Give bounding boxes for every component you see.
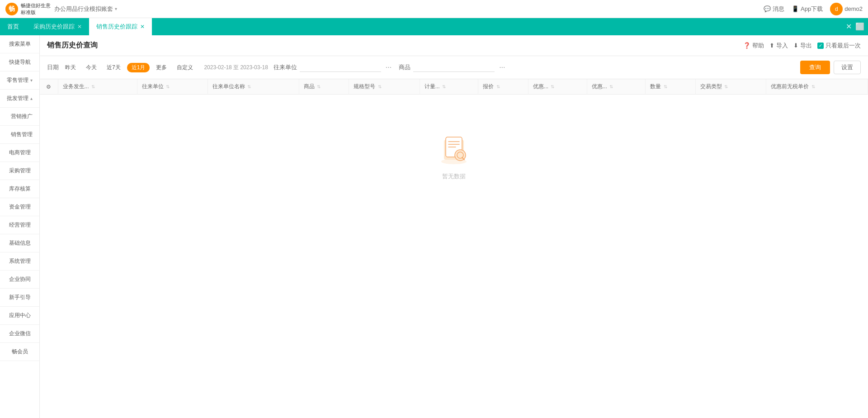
tab-close-purchase[interactable]: ✕ bbox=[77, 24, 82, 29]
tab-purchase-history[interactable]: 采购历史价跟踪 ✕ bbox=[26, 18, 89, 35]
date-btn-custom[interactable]: 自定义 bbox=[173, 63, 197, 72]
table-container: ⚙ 业务发生... ⇅ 往来单位 ⇅ 往来单位名称 ⇅ bbox=[40, 79, 868, 418]
sidebar-item-enterprise-collab[interactable]: 企业协同 bbox=[0, 271, 39, 289]
settings-button[interactable]: 设置 bbox=[834, 61, 861, 74]
tab-bar: 首页 采购历史价跟踪 ✕ 销售历史价跟踪 ✕ ✕ ⬜ bbox=[0, 18, 868, 35]
sidebar-item-ecommerce[interactable]: 电商管理 bbox=[0, 144, 39, 162]
product-filter-group: 商品 ··· bbox=[399, 63, 507, 72]
sort-icon: ⇅ bbox=[609, 84, 613, 89]
btn-row: 查询 设置 bbox=[800, 61, 861, 74]
sidebar-item-system[interactable]: 系统管理 bbox=[0, 252, 39, 271]
logo-text: 畅捷信好生意 标准版 bbox=[21, 2, 51, 15]
chevron-up-icon: ▴ bbox=[30, 96, 33, 101]
sidebar-item-enterprise-wechat[interactable]: 企业微信 bbox=[0, 325, 39, 343]
sidebar-item-app-center[interactable]: 应用中心 bbox=[0, 307, 39, 325]
date-btn-yesterday[interactable]: 昨天 bbox=[61, 63, 80, 72]
sidebar-item-beginner[interactable]: 新手引导 bbox=[0, 289, 39, 307]
sort-icon: ⇅ bbox=[317, 84, 321, 89]
sidebar: 搜索菜单 快捷导航 零售管理 ▾ 批发管理 ▴ 营销推广 销售管理 电商管理 采… bbox=[0, 35, 40, 418]
date-filter-group: 日期 昨天 今天 近7天 近1月 更多 自定义 bbox=[47, 63, 197, 72]
sidebar-item-purchase[interactable]: 采购管理 bbox=[0, 162, 39, 180]
sort-icon: ⇅ bbox=[811, 84, 815, 89]
sort-icon: ⇅ bbox=[247, 84, 251, 89]
sort-icon: ⇅ bbox=[91, 84, 95, 89]
col-product[interactable]: 商品 ⇅ bbox=[299, 79, 349, 95]
date-range-group: 2023-02-18 至 2023-03-18 bbox=[202, 64, 268, 71]
logo-area: 畅 畅捷信好生意 标准版 bbox=[5, 2, 51, 15]
sort-icon: ⇅ bbox=[378, 84, 382, 89]
top-bar: 畅 畅捷信好生意 标准版 办公用品行业模拟账套 ▾ 💬 消息 📱 App下载 d… bbox=[0, 0, 868, 18]
tab-home[interactable]: 首页 bbox=[0, 18, 26, 35]
sidebar-item-search-menu[interactable]: 搜索菜单 bbox=[0, 35, 39, 53]
date-range-text: 2023-02-18 至 2023-03-18 bbox=[204, 64, 268, 71]
col-pretax-price[interactable]: 优惠前无税单价 ⇅ bbox=[766, 79, 868, 95]
logo-icon: 畅 bbox=[5, 3, 18, 15]
import-btn[interactable]: ⬆ 导入 bbox=[769, 42, 788, 50]
tab-sales-history[interactable]: 销售历史价跟踪 ✕ bbox=[89, 18, 152, 35]
sidebar-item-wholesale-mgmt[interactable]: 批发管理 ▴ bbox=[0, 90, 39, 108]
sidebar-item-quick-nav[interactable]: 快捷导航 bbox=[0, 53, 39, 71]
page-header: 销售历史价查询 ❓ 帮助 ⬆ 导入 ⬇ 导出 ✓ bbox=[40, 35, 868, 56]
app-download-action[interactable]: 📱 App下载 bbox=[792, 5, 823, 13]
sort-icon: ⇅ bbox=[551, 84, 554, 89]
query-button[interactable]: 查询 bbox=[800, 61, 830, 74]
col-quote[interactable]: 报价 ⇅ bbox=[478, 79, 528, 95]
sort-icon: ⇅ bbox=[664, 84, 667, 89]
sidebar-item-basic-info[interactable]: 基础信息 bbox=[0, 234, 39, 252]
col-partner-name[interactable]: 往来单位名称 ⇅ bbox=[208, 79, 299, 95]
empty-text: 暂无数据 bbox=[442, 172, 466, 180]
help-btn[interactable]: ❓ 帮助 bbox=[743, 42, 764, 50]
import-icon: ⬆ bbox=[769, 42, 774, 49]
partner-dots[interactable]: ··· bbox=[384, 63, 393, 71]
partner-filter-group: 往来单位 ··· bbox=[274, 63, 393, 72]
app-icon: 📱 bbox=[792, 5, 799, 12]
sort-icon: ⇅ bbox=[496, 84, 500, 89]
page-actions: ❓ 帮助 ⬆ 导入 ⬇ 导出 ✓ 只看最后一次 bbox=[743, 42, 861, 50]
top-bar-left: 畅 畅捷信好生意 标准版 办公用品行业模拟账套 ▾ bbox=[5, 2, 117, 15]
sidebar-item-member[interactable]: 畅会员 bbox=[0, 343, 39, 361]
col-trade-type[interactable]: 交易类型 ⇅ bbox=[696, 79, 766, 95]
product-input[interactable] bbox=[413, 63, 495, 72]
page-title: 销售历史价查询 bbox=[47, 41, 98, 50]
gear-icon: ⚙ bbox=[46, 84, 51, 90]
product-dots[interactable]: ··· bbox=[497, 63, 507, 71]
date-btn-more[interactable]: 更多 bbox=[152, 63, 170, 72]
col-spec[interactable]: 规格型号 ⇅ bbox=[349, 79, 420, 95]
empty-state: 暂无数据 bbox=[40, 95, 868, 217]
checkbox-checked-icon: ✓ bbox=[817, 43, 824, 49]
avatar: d bbox=[830, 3, 843, 15]
sidebar-item-operations[interactable]: 经营管理 bbox=[0, 216, 39, 234]
close-tab-btn[interactable]: ✕ bbox=[846, 23, 852, 30]
sidebar-item-sales-mgmt[interactable]: 销售管理 bbox=[0, 126, 39, 144]
chevron-down-icon: ▾ bbox=[115, 6, 117, 11]
col-quantity[interactable]: 数量 ⇅ bbox=[646, 79, 696, 95]
filter-row: 日期 昨天 今天 近7天 近1月 更多 自定义 2023-02-18 至 202… bbox=[40, 56, 868, 79]
help-icon: ❓ bbox=[743, 42, 750, 49]
maximize-btn[interactable]: ⬜ bbox=[855, 23, 864, 30]
sidebar-item-marketing[interactable]: 营销推广 bbox=[0, 108, 39, 126]
date-btn-today[interactable]: 今天 bbox=[82, 63, 100, 72]
col-discount2[interactable]: 优惠... ⇅ bbox=[587, 79, 646, 95]
export-btn[interactable]: ⬇ 导出 bbox=[793, 42, 812, 50]
sidebar-item-capital[interactable]: 资金管理 bbox=[0, 198, 39, 216]
message-action[interactable]: 💬 消息 bbox=[764, 5, 784, 13]
empty-icon bbox=[436, 131, 472, 167]
partner-input[interactable] bbox=[300, 63, 381, 72]
date-btn-1month[interactable]: 近1月 bbox=[127, 63, 150, 72]
sort-icon: ⇅ bbox=[724, 84, 728, 89]
tab-close-sales[interactable]: ✕ bbox=[140, 24, 145, 29]
sidebar-item-inventory[interactable]: 库存核算 bbox=[0, 180, 39, 198]
sidebar-item-retail-mgmt[interactable]: 零售管理 ▾ bbox=[0, 71, 39, 90]
col-biz-date[interactable]: 业务发生... ⇅ bbox=[58, 79, 137, 95]
col-discount1[interactable]: 优惠... ⇅ bbox=[528, 79, 587, 95]
col-gear[interactable]: ⚙ bbox=[40, 79, 58, 95]
chat-icon: 💬 bbox=[764, 5, 771, 12]
main-layout: 搜索菜单 快捷导航 零售管理 ▾ 批发管理 ▴ 营销推广 销售管理 电商管理 采… bbox=[0, 35, 868, 418]
col-partner-code[interactable]: 往来单位 ⇅ bbox=[137, 79, 208, 95]
col-unit[interactable]: 计量... ⇅ bbox=[420, 79, 478, 95]
only-last-checkbox-label[interactable]: ✓ 只看最后一次 bbox=[817, 42, 861, 50]
user-area[interactable]: d demo2 bbox=[830, 3, 863, 15]
export-icon: ⬇ bbox=[793, 42, 798, 49]
app-title[interactable]: 办公用品行业模拟账套 ▾ bbox=[54, 5, 117, 13]
date-btn-7days[interactable]: 近7天 bbox=[103, 63, 124, 72]
